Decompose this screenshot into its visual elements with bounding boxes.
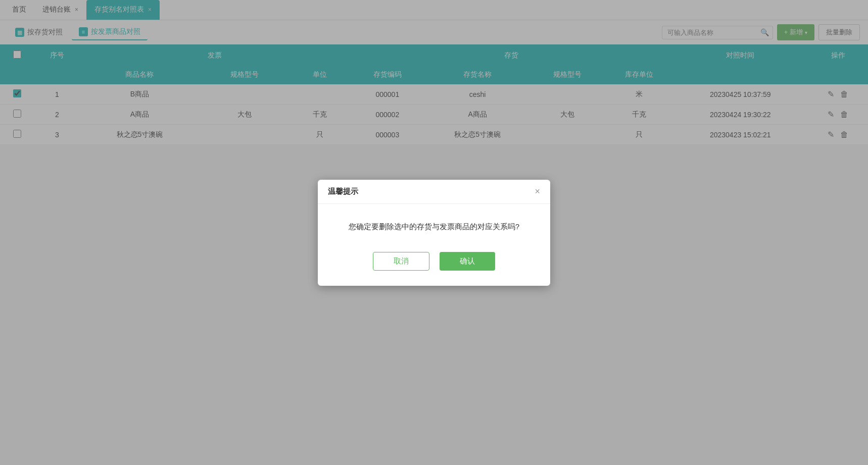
dialog-title: 温馨提示 [328,187,358,196]
confirm-dialog: 温馨提示 × 您确定要删除选中的存货与发票商品的对应关系吗? 取消 确认 [318,180,550,286]
cancel-button[interactable]: 取消 [373,252,429,271]
dialog-footer: 取消 确认 [318,247,550,286]
confirm-button[interactable]: 确认 [440,252,495,271]
dialog-message: 您确定要删除选中的存货与发票商品的对应关系吗? [349,222,519,231]
dialog-close-button[interactable]: × [535,187,540,196]
dialog-overlay: 温馨提示 × 您确定要删除选中的存货与发票商品的对应关系吗? 取消 确认 [0,0,868,465]
dialog-body: 您确定要删除选中的存货与发票商品的对应关系吗? [318,204,550,247]
dialog-header: 温馨提示 × [318,180,550,204]
